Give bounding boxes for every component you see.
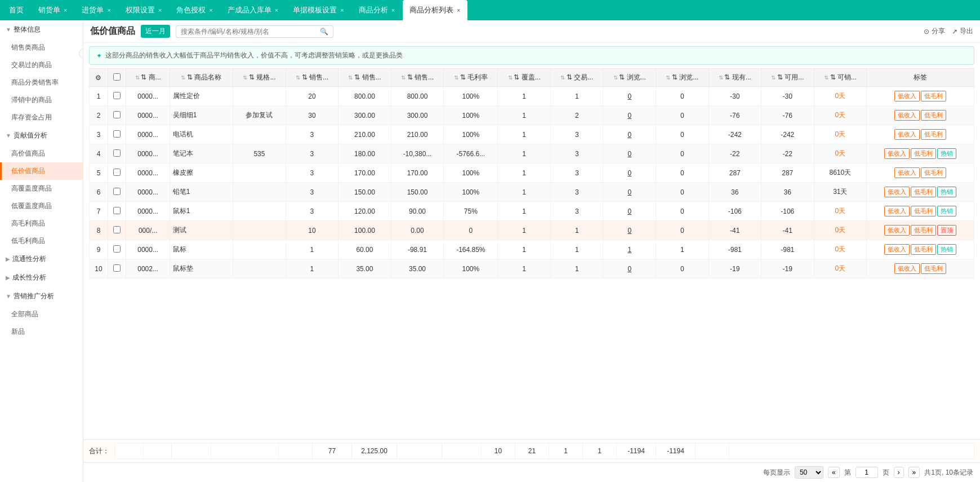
sidebar-item-all-goods[interactable]: 全部商品 (0, 306, 83, 323)
column-checkbox[interactable] (108, 69, 126, 87)
column-sales-qty[interactable]: ⇅ 销售... (286, 69, 338, 87)
sidebar-item-sales-goods[interactable]: 销售类商品 (0, 39, 83, 56)
row-views1[interactable]: 0 (603, 87, 656, 106)
row-select-checkbox[interactable] (113, 111, 121, 118)
sidebar-item-inventory-capital[interactable]: 库存资金占用 (0, 109, 83, 126)
column-spec[interactable]: ⇅ 规格... (233, 69, 286, 87)
column-code[interactable]: ⇅ 商... (126, 69, 170, 87)
column-current-stock[interactable]: ⇅ 现有... (709, 69, 761, 87)
column-gear[interactable]: ⚙ (90, 69, 108, 87)
row-select-checkbox[interactable] (113, 169, 121, 176)
row-views1[interactable]: 0 (603, 221, 656, 240)
sidebar-group-contribution[interactable]: ▼ 贡献值分析 (0, 126, 83, 145)
row-checkbox[interactable] (108, 125, 126, 144)
select-all-checkbox[interactable] (113, 73, 121, 81)
nav-role-auth[interactable]: 角色授权 × (170, 0, 219, 20)
column-coverage[interactable]: ⇅ 覆盖... (498, 69, 551, 87)
page-number-input[interactable] (856, 467, 878, 478)
nav-sales-order[interactable]: 销货单 × (32, 0, 74, 20)
nav-product-warehouse[interactable]: 产成品入库单 × (221, 0, 285, 20)
row-checkbox[interactable] (108, 259, 126, 278)
row-checkbox[interactable] (108, 87, 126, 106)
sidebar-item-low-margin[interactable]: 低毛利商品 (0, 232, 83, 250)
share-button[interactable]: ⊙ 分享 (924, 26, 945, 36)
views1-link[interactable]: 0 (627, 150, 631, 158)
close-icon[interactable]: × (64, 7, 67, 14)
row-select-checkbox[interactable] (113, 245, 121, 253)
views1-link[interactable]: 0 (627, 227, 631, 235)
close-icon[interactable]: × (340, 7, 344, 14)
close-icon[interactable]: × (275, 7, 278, 14)
row-select-checkbox[interactable] (113, 226, 121, 233)
row-select-checkbox[interactable] (113, 264, 121, 272)
column-name[interactable]: ⇅ 商品名称 (170, 69, 233, 87)
table-wrapper[interactable]: ⚙ ⇅ 商... ⇅ 商品名称 ⇅ 规格... ⇅ 销售... ⇅ 销售... … (83, 68, 980, 439)
column-views2[interactable]: ⇅ 浏览... (656, 69, 709, 87)
search-icon[interactable]: 🔍 (320, 28, 328, 36)
views1-link[interactable]: 0 (627, 92, 631, 100)
nav-purchase-order[interactable]: 进货单 × (75, 0, 117, 20)
views1-link[interactable]: 0 (627, 131, 631, 139)
row-checkbox[interactable] (108, 163, 126, 183)
column-sellable[interactable]: ⇅ 可销... (814, 69, 867, 87)
views1-link[interactable]: 0 (627, 169, 631, 177)
sidebar-group-marketing[interactable]: ▼ 营销推广分析 (0, 287, 83, 306)
row-select-checkbox[interactable] (113, 92, 121, 99)
sidebar-item-slow-moving[interactable]: 滞销中的商品 (0, 91, 83, 109)
close-icon[interactable]: × (107, 7, 110, 14)
row-views1[interactable]: 1 (603, 240, 656, 259)
row-views1[interactable]: 0 (603, 125, 656, 144)
row-checkbox[interactable] (108, 144, 126, 163)
views1-link[interactable]: 1 (627, 246, 631, 254)
next-page-button[interactable]: › (894, 467, 904, 478)
views1-link[interactable]: 0 (627, 207, 631, 215)
column-sales-amount[interactable]: ⇅ 销售... (391, 69, 444, 87)
sidebar-item-new-goods[interactable]: 新品 (0, 323, 83, 341)
nav-template-settings[interactable]: 单据模板设置 × (286, 0, 350, 20)
column-available-stock[interactable]: ⇅ 可用... (761, 69, 814, 87)
views1-link[interactable]: 0 (627, 112, 631, 120)
nav-home[interactable]: 首页 (2, 0, 30, 20)
row-select-checkbox[interactable] (113, 130, 121, 138)
row-views1[interactable]: 0 (603, 106, 656, 125)
nav-product-analysis-list[interactable]: 商品分析列表 × (403, 0, 467, 20)
sidebar-item-low-coverage[interactable]: 低覆盖度商品 (0, 197, 83, 215)
first-page-button[interactable]: « (828, 467, 840, 478)
page-size-select[interactable]: 50 100 200 (795, 466, 823, 479)
export-button[interactable]: ↗ 导出 (952, 26, 973, 36)
row-checkbox[interactable] (108, 202, 126, 221)
sidebar-item-category-sales-rate[interactable]: 商品分类销售率 (0, 74, 83, 91)
sidebar-group-liquidity[interactable]: ▶ 流通性分析 (0, 250, 83, 268)
sidebar-group-overall[interactable]: ▼ 整体信息 (0, 20, 83, 39)
row-select-checkbox[interactable] (113, 207, 121, 214)
column-sales-price[interactable]: ⇅ 销售... (338, 69, 391, 87)
nav-product-analysis[interactable]: 商品分析 × (352, 0, 402, 20)
column-views1[interactable]: ⇅ 浏览... (603, 69, 656, 87)
row-checkbox[interactable] (108, 106, 126, 125)
row-views1[interactable]: 0 (603, 259, 656, 278)
column-gross-margin[interactable]: ⇅ 毛利率 (444, 69, 498, 87)
sidebar-group-growth[interactable]: ▶ 成长性分析 (0, 268, 83, 287)
close-icon[interactable]: × (457, 7, 460, 14)
views1-link[interactable]: 0 (627, 265, 631, 273)
row-views1[interactable]: 0 (603, 163, 656, 183)
row-checkbox[interactable] (108, 221, 126, 240)
sidebar-item-low-value[interactable]: 低价值商品 (0, 162, 83, 180)
views1-link[interactable]: 0 (627, 188, 631, 196)
close-icon[interactable]: × (158, 7, 162, 14)
row-select-checkbox[interactable] (113, 149, 121, 157)
sidebar-item-traded-goods[interactable]: 交易过的商品 (0, 56, 83, 74)
row-views1[interactable]: 0 (603, 144, 656, 163)
sidebar-item-high-coverage[interactable]: 高覆盖度商品 (0, 180, 83, 197)
row-select-checkbox[interactable] (113, 188, 121, 195)
sidebar-item-high-value[interactable]: 高价值商品 (0, 145, 83, 162)
row-checkbox[interactable] (108, 240, 126, 259)
close-icon[interactable]: × (209, 7, 212, 14)
row-checkbox[interactable] (108, 183, 126, 202)
row-views1[interactable]: 0 (603, 183, 656, 202)
sidebar-item-high-margin[interactable]: 高毛利商品 (0, 215, 83, 232)
period-button[interactable]: 近一月 (141, 25, 170, 38)
last-page-button[interactable]: » (908, 467, 920, 478)
column-transactions[interactable]: ⇅ 交易... (550, 69, 603, 87)
row-views1[interactable]: 0 (603, 202, 656, 221)
